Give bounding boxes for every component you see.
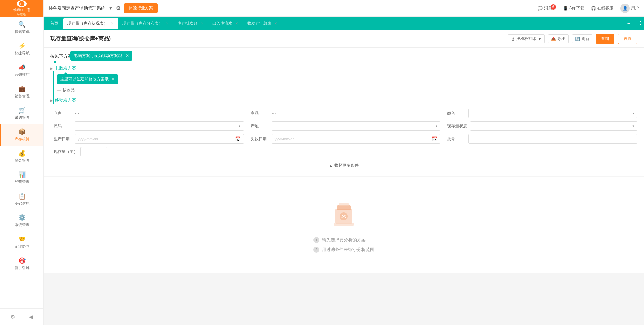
tab-minimize-btn[interactable]: － <box>625 19 633 29</box>
batch-input[interactable] <box>468 134 637 144</box>
collapse-sidebar-btn[interactable]: ◀ <box>27 312 35 322</box>
tab-inventory-dist[interactable]: 现存量（库存分布表） ✕ <box>118 18 173 29</box>
query-btn[interactable]: 查询 <box>596 34 614 44</box>
sidebar-item-label: 库存核算 <box>15 137 30 142</box>
print-template-btn[interactable]: 🖨 按模板打印 ▼ <box>508 34 545 43</box>
tree-item-mobile[interactable]: ▶ 移动端方案 <box>50 96 637 105</box>
sidebar-item-nav[interactable]: ⚡ 快捷导航 <box>0 38 43 60</box>
sidebar-item-basic[interactable]: 📋 基础信息 <box>0 188 43 210</box>
sidebar-item-finance[interactable]: 💰 资金管理 <box>0 146 43 167</box>
tree-item-desktop[interactable]: ▶ 电脑端方案 <box>50 64 637 73</box>
tab-close-btn[interactable]: ✕ <box>200 21 204 26</box>
tree-desktop-label: 电脑端方案 <box>55 65 76 71</box>
collapse-more-btn[interactable]: ▲ 收起更多条件 <box>50 160 637 171</box>
settings-page-btn[interactable]: 设置 <box>618 34 637 44</box>
filter-section: 按以下方案查询 + ✎ « 电脑方案可设为移动方案哦 ✕ ▶ 电脑端方案 <box>44 48 644 176</box>
message-icon: 💬 <box>538 6 543 11</box>
headset-icon: 🎧 <box>591 6 596 11</box>
sidebar-item-inventory[interactable]: 📦 库存核算 <box>0 124 43 146</box>
tab-in-out-flow[interactable]: 出入库流水 ✕ <box>208 18 243 29</box>
refresh-btn[interactable]: 🔄 刷新 <box>572 34 592 43</box>
settings-bottom-btn[interactable]: ⚙ <box>9 312 17 322</box>
system-dropdown[interactable]: ▼ <box>109 6 113 11</box>
sidebar-footer: ⚙ ◀ <box>0 308 43 325</box>
size-select[interactable] <box>75 121 244 131</box>
svg-point-0 <box>19 1 24 6</box>
app-download-label: App下载 <box>569 5 584 11</box>
nav-icon: ⚡ <box>18 42 26 50</box>
sidebar-item-purchase[interactable]: 🛒 采购管理 <box>0 103 43 124</box>
filter-row-inv-main: 现存量（主） — <box>54 147 244 156</box>
page-title: 现存量查询(按仓库+商品) <box>50 35 111 42</box>
home-tab-label: 首页 <box>50 21 58 26</box>
tab-bar: 首页 现存量（库存状况表） ✕ 现存量（库存分布表） ✕ 库存批次账 ✕ 出入库… <box>44 17 644 30</box>
tab-maximize-btn[interactable]: ⛶ <box>634 19 642 28</box>
tab-close-btn[interactable]: ✕ <box>234 21 239 26</box>
step-num-1: 1 <box>313 237 319 243</box>
refresh-label: 刷新 <box>581 36 589 42</box>
tab-inventory-status[interactable]: 现存量（库存状况表） ✕ <box>63 18 118 29</box>
exp-date-placeholder: yyyy-mm-dd <box>275 137 295 141</box>
prod-date-placeholder: yyyy-mm-dd <box>78 137 98 141</box>
tab-summary[interactable]: 收发存汇总表 ✕ <box>243 18 282 29</box>
exp-date-input[interactable]: yyyy-mm-dd 📅 <box>272 134 441 144</box>
empty-steps: 1 请先选择要分析的方案 2 用过滤条件来缩小分析范围 <box>313 237 374 253</box>
user-item[interactable]: 👤 用户 <box>620 4 639 13</box>
app-download-item[interactable]: 📱 App下载 <box>563 5 584 11</box>
origin-select-wrap <box>272 121 441 131</box>
export-btn[interactable]: 📤 导出 <box>548 34 569 43</box>
tab-home[interactable]: 首页 <box>45 18 63 29</box>
prod-date-from[interactable]: yyyy-mm-dd 📅 <box>75 134 244 144</box>
range-sep: — <box>111 149 115 154</box>
color-label: 颜色 <box>447 111 466 116</box>
tooltip-create: 这里可以创建和修改方案哦 ✕ <box>57 74 118 84</box>
sidebar-item-search[interactable]: 🔍 搜索菜单 <box>0 17 43 38</box>
filter-tree: ▶ 电脑端方案 这里可以创建和修改方案哦 ✕ — 按照品 ▶ 移动端方案 <box>50 64 637 105</box>
empty-step-2: 2 用过滤条件来缩小分析范围 <box>313 247 374 253</box>
sidebar-item-sales[interactable]: 💼 销售管理 <box>0 81 43 103</box>
inv-status-select[interactable] <box>470 121 637 131</box>
operations-icon: 📊 <box>18 171 26 178</box>
experience-button[interactable]: 体验行业方案 <box>124 3 158 13</box>
empty-step-1: 1 请先选择要分析的方案 <box>313 237 374 243</box>
goods-dots[interactable]: ··· <box>272 110 276 116</box>
filter-row-prod-date: 生产日期 yyyy-mm-dd 📅 <box>54 134 244 144</box>
header-settings-btn[interactable]: ⚙ <box>116 5 121 11</box>
sidebar-item-marketing[interactable]: 📣 营销推广 <box>0 60 43 81</box>
tab-label: 库存批次账 <box>177 21 198 26</box>
print-icon: 🖨 <box>511 37 515 41</box>
tree-child-warehouse[interactable]: — 按照品 <box>50 86 637 94</box>
bullet-icon: — <box>57 88 61 93</box>
tab-close-btn[interactable]: ✕ <box>110 21 114 26</box>
guide-icon: 🎯 <box>18 257 26 264</box>
message-item[interactable]: 💬 消息 6 <box>538 5 556 11</box>
origin-select[interactable] <box>272 121 441 131</box>
tab-close-btn[interactable]: ✕ <box>273 21 278 26</box>
online-support-item[interactable]: 🎧 在线客服 <box>591 5 613 11</box>
inv-status-select-wrap <box>470 121 637 131</box>
svg-text:6: 6 <box>20 2 22 5</box>
sales-icon: 💼 <box>18 85 26 93</box>
sidebar-item-system[interactable]: ⚙️ 系统管理 <box>0 210 43 231</box>
tab-batch-account[interactable]: 库存批次账 ✕ <box>173 18 208 29</box>
calendar-icon: 📅 <box>235 136 241 142</box>
filter-row-exp-date: 失效日期 yyyy-mm-dd 📅 <box>251 134 441 144</box>
filter-row-size: 尺码 <box>54 121 244 131</box>
phone-icon: 📱 <box>563 6 568 11</box>
tooltip2-close-btn[interactable]: ✕ <box>111 77 115 82</box>
sidebar-item-enterprise[interactable]: 🤝 企业协同 <box>0 231 43 253</box>
sidebar-item-operations[interactable]: 📊 经营管理 <box>0 167 43 188</box>
system-icon: ⚙️ <box>18 214 26 221</box>
tab-close-btn[interactable]: ✕ <box>165 21 169 26</box>
color-select[interactable] <box>468 109 637 118</box>
sidebar-item-guide[interactable]: 🎯 新手引导 <box>0 253 43 274</box>
finance-icon: 💰 <box>18 150 26 157</box>
inv-main-from[interactable] <box>80 147 107 156</box>
sidebar-item-label: 营销推广 <box>15 72 30 77</box>
sidebar: 6 畅通好生意 标准版 🔍 搜索菜单 ⚡ 快捷导航 📣 营销推广 💼 销售管理 … <box>0 0 44 325</box>
warehouse-dots[interactable]: ··· <box>75 110 79 116</box>
tooltip-scheme: 电脑方案可设为移动方案哦 ✕ <box>70 51 132 61</box>
tooltip-close-btn[interactable]: ✕ <box>126 53 129 58</box>
page-header: 现存量查询(按仓库+商品) 🖨 按模板打印 ▼ 📤 导出 🔄 刷新 查询 设置 <box>44 30 644 48</box>
size-select-wrap <box>75 121 244 131</box>
